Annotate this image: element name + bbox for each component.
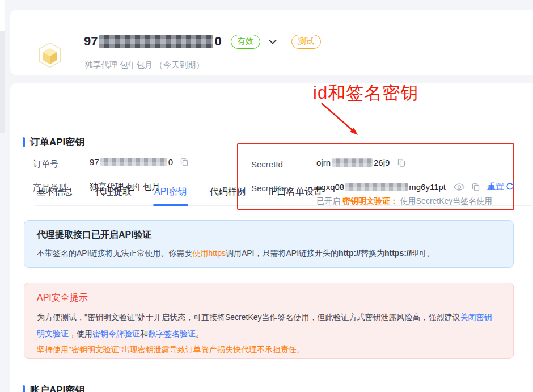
- censored-order-id: [99, 35, 213, 48]
- order-title-row: 970 有效 测试: [84, 34, 321, 49]
- section-accent-bar: [23, 137, 25, 147]
- order-no-label: 订单号: [33, 159, 58, 170]
- order-subtitle: 独享代理 包年包月 （今天到期）: [84, 60, 204, 70]
- left-edge-artifact-2: [0, 31, 5, 133]
- api-verification-info-box: 代理提取接口已开启API验证 不带签名的API链接将无法正常使用。你需要使用ht…: [24, 220, 514, 268]
- reset-secret-key-button[interactable]: 重置: [487, 182, 514, 192]
- page: 970 有效 测试 独享代理 包年包月 （今天到期） 基本信息 代理提取 API…: [0, 0, 533, 392]
- product-type-value: 独享代理 包年包月: [90, 182, 160, 192]
- info-box-body: 不带签名的API链接将无法正常使用。你需要使用https调用API，只需将API…: [37, 248, 501, 259]
- left-edge-artifact: [0, 0, 5, 31]
- cube-icon: [37, 42, 63, 68]
- chevron-down-icon[interactable]: [269, 39, 277, 44]
- scrollbar-track[interactable]: [527, 132, 527, 392]
- api-security-warning-box: API安全提示 为方便测试，"密钥明文验证"处于开启状态，可直接将SecretK…: [24, 283, 514, 359]
- status-badge: 有效: [231, 35, 260, 49]
- annotation-arrow: [313, 99, 370, 141]
- censored-order-no: [100, 158, 167, 166]
- secret-id-label: SecretId: [251, 159, 283, 169]
- copy-secret-id-icon[interactable]: [397, 158, 406, 167]
- order-api-key-section-title: 订单API密钥: [23, 136, 84, 149]
- secret-key-value: pgxq08mg6y11pt 重置: [316, 182, 514, 192]
- warning-body: 为方便测试，"密钥明文验证"处于开启状态，可直接将SecretKey当作签名使用…: [37, 309, 495, 342]
- signature-verification-link[interactable]: 数字签名验证: [148, 329, 196, 338]
- token-verification-link[interactable]: 密钥令牌验证: [92, 329, 140, 338]
- censored-secret-key: [345, 183, 408, 191]
- warning-title: API安全提示: [37, 292, 501, 304]
- show-secret-key-eye-icon[interactable]: [454, 183, 465, 191]
- info-box-title: 代理提取接口已开启API验证: [37, 229, 501, 241]
- order-id-prefix: 97: [84, 34, 98, 49]
- secret-key-label: SecretKey: [251, 183, 290, 193]
- plaintext-verification-note: 已开启 密钥明文验证： 使用SecretKey当签名使用: [316, 196, 492, 206]
- censored-secret-id: [332, 158, 373, 167]
- order-no-value: 970: [90, 157, 189, 167]
- order-id: 970: [84, 34, 222, 49]
- product-type-label: 产品类型: [33, 183, 67, 193]
- liability-statement: 坚持使用"密钥明文验证"出现密钥泄露导致订单资产损失快代理不承担责任。: [37, 342, 513, 357]
- plaintext-verification-highlight: 密钥明文验证：: [342, 196, 398, 205]
- use-https-link[interactable]: 使用https: [193, 248, 226, 258]
- account-api-key-section-title: 账户API密钥: [23, 383, 84, 392]
- section-accent-bar: [23, 385, 25, 392]
- copy-order-no-icon[interactable]: [180, 157, 189, 167]
- order-id-suffix: 0: [214, 34, 221, 49]
- order-header-card: 970 有效 测试 独享代理 包年包月 （今天到期）: [10, 10, 533, 75]
- refresh-icon: [506, 182, 514, 192]
- copy-secret-key-icon[interactable]: [471, 182, 480, 192]
- env-badge: 测试: [291, 35, 321, 49]
- secret-id-value: ojrn26j9: [316, 158, 406, 167]
